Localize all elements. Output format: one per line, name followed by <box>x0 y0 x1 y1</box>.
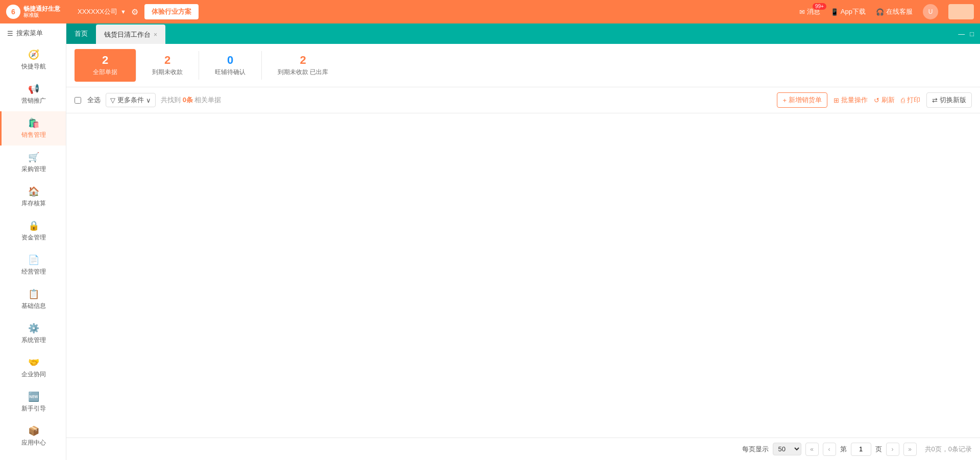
pagination-bar: 每页显示 50 20 100 « ‹ 第 页 › » 共0页，0条记录 <box>66 438 980 460</box>
maximize-icon[interactable]: □ <box>970 30 974 38</box>
download-icon: 📱 <box>830 8 839 16</box>
stat-card-overdue[interactable]: 2 到期未收款 <box>136 49 199 82</box>
prev-page-button[interactable]: ‹ <box>823 443 836 456</box>
content-area: 首页 钱货日清工作台 × — □ 2 全部单据 2 <box>66 23 980 460</box>
online-service-button[interactable]: 🎧 在线客服 <box>876 7 913 16</box>
sidebar-label-system: 系统管理 <box>21 336 46 345</box>
handshake-icon: 🤝 <box>28 357 39 368</box>
tab-workbench[interactable]: 钱货日清工作台 × <box>96 25 165 45</box>
logo-icon: 6 <box>6 5 20 19</box>
stat-card-overdue-out[interactable]: 2 到期未收款 已出库 <box>262 49 344 82</box>
stat-label-overdue-out: 到期未收款 已出库 <box>278 68 328 77</box>
stat-label-pending: 旺辅待确认 <box>215 68 246 77</box>
logo-area: 6 畅捷通好生意 标准版 <box>6 5 72 19</box>
sidebar-label-operations: 经营管理 <box>21 268 46 276</box>
chevron-icon: ∨ <box>146 96 151 104</box>
more-conditions-button[interactable]: ▽ 更多条件 ∨ <box>106 93 156 107</box>
switch-version-button[interactable]: ⇄ 切换新版 <box>926 92 972 108</box>
house-icon: 🏠 <box>28 186 39 197</box>
sidebar-item-operations[interactable]: 📄 经营管理 <box>0 248 66 282</box>
batch-op-button[interactable]: ⊞ 批量操作 <box>834 95 868 105</box>
stat-label-all: 全部单据 <box>93 68 117 77</box>
sidebar-item-app-center[interactable]: 📦 应用中心 <box>0 419 66 453</box>
select-all-checkbox[interactable] <box>75 97 81 104</box>
first-page-button[interactable]: « <box>805 443 819 456</box>
sidebar-label-guide: 新手引导 <box>21 404 46 413</box>
found-text: 共找到 0条 相关单据 <box>161 95 221 105</box>
tab-home-label: 首页 <box>75 29 88 38</box>
cart-icon: 🛒 <box>28 152 39 163</box>
box-icon: 📦 <box>28 425 39 437</box>
stats-row: 2 全部单据 2 到期未收款 0 旺辅待确认 2 到期未收款 已出库 <box>66 44 980 87</box>
sidebar-item-guide[interactable]: 🆕 新手引导 <box>0 385 66 419</box>
avatar[interactable]: U <box>923 4 938 19</box>
search-menu-item[interactable]: ☰ 搜索菜单 <box>0 23 66 43</box>
sidebar-item-wechat[interactable]: 💬 企业微信 <box>0 453 66 460</box>
toolbar-right: + 新增销货单 ⊞ 批量操作 ↺ 刷新 ⎙ 打印 <box>777 92 972 108</box>
stat-card-all[interactable]: 2 全部单据 <box>75 49 136 82</box>
search-menu-label: 搜索菜单 <box>16 29 43 38</box>
plus-icon: + <box>782 96 787 104</box>
logo-text: 畅捷通好生意 标准版 <box>23 5 60 18</box>
top-bar: 6 畅捷通好生意 标准版 XXXXXX公司 ▼ ⚙ 体验行业方案 ✉ 消息 99… <box>0 0 980 23</box>
stat-number-overdue-out: 2 <box>300 54 306 67</box>
add-sales-button[interactable]: + 新增销货单 <box>777 92 827 108</box>
page-prefix-label: 第 <box>840 445 847 454</box>
sidebar-item-quick-nav[interactable]: 🧭 快捷导航 <box>0 43 66 77</box>
sidebar-label-inventory: 库存核算 <box>21 199 46 208</box>
sidebar-item-finance[interactable]: 🔒 资金管理 <box>0 214 66 248</box>
sidebar-item-inventory[interactable]: 🏠 库存核算 <box>0 180 66 214</box>
refresh-button[interactable]: ↺ 刷新 <box>874 95 895 105</box>
sidebar-item-purchase[interactable]: 🛒 采购管理 <box>0 146 66 180</box>
per-page-label: 每页显示 <box>742 445 769 454</box>
refresh-label: 刷新 <box>881 95 895 105</box>
add-sales-label: 新增销货单 <box>789 95 822 105</box>
main-layout: ☰ 搜索菜单 🧭 快捷导航 📢 营销推广 🛍️ 销售管理 🛒 采购管理 🏠 库存… <box>0 23 980 460</box>
settings-button[interactable]: ⚙ <box>131 7 138 17</box>
sidebar-label-quick-nav: 快捷导航 <box>21 62 46 71</box>
stat-card-pending[interactable]: 0 旺辅待确认 <box>199 49 261 82</box>
tab-home[interactable]: 首页 <box>66 23 96 44</box>
stat-number-pending: 0 <box>227 54 233 67</box>
toolbar: 全选 ▽ 更多条件 ∨ 共找到 0条 相关单据 + 新增销货单 ⊞ <box>66 87 980 113</box>
compass-icon: 🧭 <box>28 49 39 60</box>
messages-button[interactable]: ✉ 消息 99+ <box>799 7 820 16</box>
app-download-button[interactable]: 📱 App下载 <box>830 7 866 16</box>
close-icon[interactable]: × <box>154 31 157 38</box>
document-icon: 📄 <box>28 254 39 265</box>
print-icon: ⎙ <box>901 96 905 104</box>
switch-icon: ⇄ <box>932 96 938 104</box>
print-button[interactable]: ⎙ 打印 <box>901 95 920 105</box>
new-icon: 🆕 <box>28 391 39 402</box>
last-page-button[interactable]: » <box>903 443 917 456</box>
sidebar-item-basic-info[interactable]: 📋 基础信息 <box>0 282 66 317</box>
sidebar-item-marketing[interactable]: 📢 营销推广 <box>0 77 66 111</box>
minimize-icon[interactable]: — <box>958 30 965 38</box>
next-page-button[interactable]: › <box>886 443 899 456</box>
company-selector[interactable]: XXXXXX公司 ▼ <box>78 7 126 16</box>
service-icon: 🎧 <box>876 8 884 16</box>
sidebar-item-system[interactable]: ⚙️ 系统管理 <box>0 317 66 351</box>
clipboard-icon: 📋 <box>28 288 39 300</box>
workbench: 2 全部单据 2 到期未收款 0 旺辅待确认 2 到期未收款 已出库 <box>66 44 980 460</box>
chevron-down-icon: ▼ <box>120 9 126 15</box>
print-label: 打印 <box>907 95 920 105</box>
company-name: XXXXXX公司 <box>78 7 117 16</box>
sidebar-label-basic-info: 基础信息 <box>21 302 46 310</box>
sidebar-item-enterprise[interactable]: 🤝 企业协同 <box>0 351 66 385</box>
sidebar-item-sales[interactable]: 🛍️ 销售管理 <box>0 111 66 146</box>
stat-label-overdue: 到期未收款 <box>152 68 183 77</box>
stat-number-all: 2 <box>102 54 108 67</box>
filter-icon: ▽ <box>110 96 115 104</box>
stat-number-overdue: 2 <box>164 54 170 67</box>
user-name-display[interactable] <box>948 4 974 19</box>
per-page-select[interactable]: 50 20 100 <box>773 443 801 455</box>
trial-button[interactable]: 体验行业方案 <box>144 4 199 19</box>
megaphone-icon: 📢 <box>28 83 39 94</box>
sidebar-label-enterprise: 企业协同 <box>21 370 46 379</box>
message-icon: ✉ <box>799 8 805 16</box>
settings-icon: ⚙️ <box>28 323 39 334</box>
found-count: 0条 <box>183 96 193 104</box>
lock-icon: 🔒 <box>28 220 39 231</box>
page-number-input[interactable] <box>851 443 871 456</box>
